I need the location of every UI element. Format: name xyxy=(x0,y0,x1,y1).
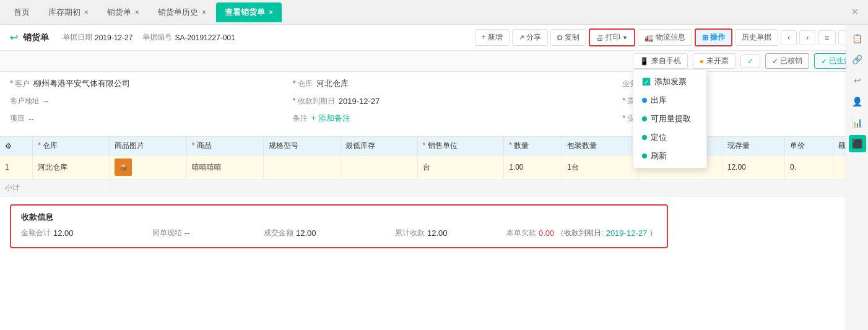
add-invoice-checkbox: ✓ xyxy=(642,77,651,86)
sold-badge-label: 已核销 xyxy=(780,56,802,66)
sidebar-btn-5[interactable]: 📊 xyxy=(849,114,866,131)
next-icon: › xyxy=(806,33,809,42)
cell-min-stock xyxy=(341,155,417,180)
col-pack-qty: 包装数量 xyxy=(562,137,638,155)
not-opened-button[interactable]: ● 未开票 xyxy=(693,53,736,69)
phone-icon: 📱 xyxy=(640,57,649,66)
dropdown-available-extract[interactable]: 可用量提取 xyxy=(633,110,706,128)
dropdown-locate[interactable]: 定位 xyxy=(633,128,706,147)
operations-icon: ⊞ xyxy=(702,33,708,42)
col-spec: 规格型号 xyxy=(263,137,340,155)
sidebar-icon-1: 📋 xyxy=(852,33,862,43)
warehouse-label: 仓库 xyxy=(293,79,313,89)
subtotal-row: 小计 xyxy=(0,180,868,197)
operations-button[interactable]: ⊞ 操作 xyxy=(695,28,732,46)
history-button[interactable]: 历史单据 xyxy=(735,29,778,46)
add-notes-button[interactable]: + 添加备注 xyxy=(311,113,350,124)
doc-date-field: 单据日期 2019-12-27 xyxy=(63,32,132,43)
doc-number-label: 单据编号 xyxy=(142,32,172,43)
right-sidebar: 📋 🔗 ↩ 👤 📊 ⬛ xyxy=(846,25,868,330)
col-product: * 商品 xyxy=(186,137,263,155)
transaction-amount-field: 成交金额 12.00 xyxy=(264,228,375,238)
new-button[interactable]: + 新增 xyxy=(475,29,510,46)
action-row: 📱 来自手机 ● 未开票 ✓ ✓ 已核销 ✓ 已生效 xyxy=(0,51,868,72)
tab-inventory-init[interactable]: 库存期初 × xyxy=(40,2,97,22)
notes-field: 备注 + 添加备注 xyxy=(293,113,529,124)
doc-title-area: ↩ 销货单 xyxy=(10,32,49,43)
doc-meta: 单据日期 2019-12-27 单据编号 SA-20191227-001 xyxy=(63,32,235,43)
this-order-debt-field: 本单欠款 0.00 （收款到期日: 2019-12-27 ） xyxy=(506,228,657,238)
share-button-label: 分享 xyxy=(526,32,541,43)
copy-button[interactable]: ⧉ 复制 xyxy=(550,29,586,46)
share-button[interactable]: ↗ 分享 xyxy=(512,29,548,46)
logistics-button-label: 物流信息 xyxy=(656,32,685,43)
toolbar-right: + 新增 ↗ 分享 ⧉ 复制 🖨 打印 ▼ 🚛 物流信息 xyxy=(475,28,858,46)
view1-button[interactable]: ≡ xyxy=(818,30,836,45)
sidebar-btn-2[interactable]: 🔗 xyxy=(849,51,866,68)
col-quantity: * 数量 xyxy=(504,137,562,155)
copy-icon: ⧉ xyxy=(557,33,563,42)
cell-product: 嘻嘻嘻嘻 xyxy=(186,155,263,180)
dropdown-outbound[interactable]: 出库 xyxy=(633,91,706,110)
next-button[interactable]: › xyxy=(799,30,815,45)
tab-sales-order-close[interactable]: × xyxy=(135,8,139,17)
customer-field: 客户 柳州粤港平安气体有限公司 xyxy=(10,78,246,89)
history-button-label: 历史单据 xyxy=(742,32,771,43)
address-field: 客户地址 -- xyxy=(10,96,246,106)
cell-spec xyxy=(263,155,340,180)
sidebar-btn-1[interactable]: 📋 xyxy=(849,30,866,47)
form-row-3: 项目 -- 备注 + 添加备注 业务员盂 -- xyxy=(10,113,858,124)
tab-sales-order[interactable]: 销货单 × xyxy=(98,2,148,22)
available-extract-label: 可用量提取 xyxy=(651,113,691,124)
dropdown-add-invoice[interactable]: ✓ 添加发票 xyxy=(633,72,706,91)
product-thumbnail: 📦 xyxy=(115,158,132,176)
tab-inventory-init-close[interactable]: × xyxy=(84,8,89,17)
form-row-2: 客户地址 -- 收款到期日 2019-12-27 票据类型 不开票 xyxy=(10,95,858,106)
tab-home-label: 首页 xyxy=(14,7,30,18)
tab-view-sales-close[interactable]: × xyxy=(269,8,273,17)
col-current-stock: 现存量 xyxy=(722,137,784,155)
add-invoice-label: 添加发票 xyxy=(654,76,687,87)
cell-current-stock: 12.00 xyxy=(722,155,784,180)
doc-type-label: 销货单 xyxy=(23,32,49,43)
sidebar-btn-4[interactable]: 👤 xyxy=(849,93,866,110)
col-settings[interactable]: ⚙ xyxy=(0,137,33,155)
tab-sales-history-close[interactable]: × xyxy=(202,8,206,17)
collection-info-box: 收款信息 金额合计 12.00 同单现结 -- xyxy=(10,204,668,248)
tab-sales-history[interactable]: 销货单历史 × xyxy=(149,2,215,22)
tab-inventory-init-label: 库存期初 xyxy=(48,7,80,18)
collection-row-2: 成交金额 12.00 累计收款 12.00 xyxy=(264,228,506,238)
project-value: -- xyxy=(28,114,34,123)
from-phone-button[interactable]: 📱 来自手机 xyxy=(633,53,688,69)
same-order-settlement-field: 同单现结 -- xyxy=(152,228,264,238)
tab-sales-history-label: 销货单历史 xyxy=(158,7,198,18)
check-icon-btn[interactable]: ✓ xyxy=(740,54,760,68)
tab-view-sales[interactable]: 查看销货单 × xyxy=(216,2,282,22)
collection-row-3: 本单欠款 0.00 （收款到期日: 2019-12-27 ） xyxy=(506,228,657,238)
subtotal-values xyxy=(110,180,868,197)
doc-number-value: SA-20191227-001 xyxy=(175,33,235,42)
new-button-label: + 新增 xyxy=(482,32,503,43)
settings-icon: ⚙ xyxy=(5,142,12,150)
print-button[interactable]: 🖨 打印 ▼ xyxy=(589,28,635,46)
refresh-dot xyxy=(642,154,647,158)
sidebar-btn-6[interactable]: ⬛ xyxy=(849,135,866,152)
sidebar-btn-3[interactable]: ↩ xyxy=(849,72,866,89)
sold-badge: ✓ 已核销 xyxy=(765,53,809,69)
total-amount-field: 金额合计 12.00 xyxy=(21,228,132,238)
print-dropdown-icon: ▼ xyxy=(622,35,628,41)
logistics-button[interactable]: 🚛 物流信息 xyxy=(638,29,692,46)
sidebar-icon-4: 👤 xyxy=(852,97,862,106)
tab-home[interactable]: 首页 xyxy=(5,2,38,22)
prev-button[interactable]: ‹ xyxy=(781,30,797,45)
due-date-value: 2019-12-27 xyxy=(339,97,380,106)
doc-header: ↩ 销货单 单据日期 2019-12-27 单据编号 SA-20191227-0… xyxy=(0,25,868,51)
dropdown-refresh[interactable]: 刷新 xyxy=(633,147,706,165)
cell-image: 📦 xyxy=(110,155,186,180)
warehouse-value: 河北仓库 xyxy=(316,78,349,89)
prev-icon: ‹ xyxy=(788,33,790,42)
window-close-button[interactable]: × xyxy=(846,3,863,21)
operations-button-label: 操作 xyxy=(710,32,725,43)
sales-order-icon: ↩ xyxy=(10,32,18,43)
cell-warehouse: 河北仓库 xyxy=(33,155,110,180)
